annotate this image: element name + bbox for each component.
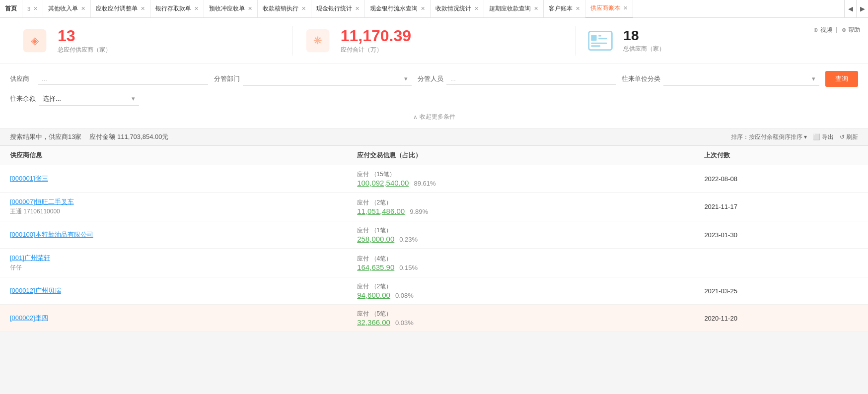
help-link[interactable]: ⊙ 帮助 [842,26,860,34]
close-bank[interactable]: ✕ [194,5,199,12]
last-pay-cell: 2022-08-08 [694,165,868,193]
result-supplier-count: 搜索结果中，供应商13家 [10,132,81,141]
pay-type-label: 应付 （5笔） [357,310,392,317]
summary-card-amount: ❋ 11,170.39 应付合计（万） [293,26,576,56]
filter-supplier: 供应商 [10,73,208,85]
department-label: 分管部门 [214,74,240,83]
close-customer-ledger[interactable]: ✕ [576,5,580,12]
supplier-link[interactable]: [000012]广州贝瑞 [10,287,61,294]
total-label: 总供应商（家） [623,45,665,53]
payable-content: 13 总应付供应商（家） [58,28,111,54]
pay-type-label: 应付 （15笔） [357,171,395,178]
tab-bank[interactable]: 银行存取款单 ✕ [150,0,204,18]
tab-3[interactable]: 3 ✕ [22,0,43,18]
table-row: [000002]李四应付 （5笔）32,366.000.03%2020-11-2… [0,305,868,332]
close-supplier-ledger[interactable]: ✕ [623,5,628,11]
payable-info-cell: 应付 （5笔）32,366.000.03% [347,305,694,332]
close-advance[interactable]: ✕ [248,5,252,12]
tab-cash-bank-stat[interactable]: 现金银行统计 ✕ [311,0,365,18]
tab-collection-stat[interactable]: 收款情况统计 ✕ [431,0,484,18]
filter-balance: 往来余额 选择... ▾ [10,92,139,106]
department-select[interactable]: ▾ [243,72,412,86]
last-pay-cell: 2021-11-17 [694,193,868,221]
payable-info-cell: 应付 （2笔）11,051,486.009.89% [347,193,694,221]
payable-label: 总应付供应商（家） [58,46,111,54]
close-cash-flow[interactable]: ✕ [421,5,425,12]
total-icon [585,26,615,56]
col-supplier-info: 供应商信息 [0,146,347,165]
supplier-link[interactable]: [000001]张三 [10,175,48,182]
payable-info-cell: 应付 （15笔）100,092,540.0089.61% [347,165,694,193]
close-collection-stat[interactable]: ✕ [474,5,479,12]
close-adjustment[interactable]: ✕ [141,5,145,12]
tab-cash-flow[interactable]: 现金银行流水查询 ✕ [365,0,431,18]
tab-supplier-ledger[interactable]: 供应商账本 ✕ [585,0,633,18]
close-collection[interactable]: ✕ [301,5,306,12]
percent-label: 0.15% [399,264,418,271]
svg-rect-7 [599,38,607,39]
supplier-link[interactable]: [000007]恒旺二手叉车 [10,198,74,205]
svg-rect-5 [591,35,597,41]
collapse-button[interactable]: ∧ 收起更多条件 [10,111,858,123]
amount-link[interactable]: 32,366.00 [357,318,390,327]
svg-rect-8 [591,43,607,44]
svg-text:◈: ◈ [31,35,39,46]
amount-link[interactable]: 11,051,486.00 [357,207,405,215]
chevron-down-icon-3: ▾ [132,95,135,102]
close-overdue[interactable]: ✕ [534,5,538,12]
close-other-income[interactable]: ✕ [81,5,85,12]
refresh-button[interactable]: ↺ 刷新 [840,133,858,141]
collapse-arrow-icon: ∧ [413,114,418,121]
result-amount: 应付金额 111,703,854.00元 [89,132,168,141]
nav-arrows: ◀ ▶ [844,0,868,18]
amount-icon: ❋ [303,26,333,56]
result-actions: 排序：按应付余额倒序排序 ▾ ⬜ 导出 ↺ 刷新 [731,133,858,141]
supplier-sub-info: 王通 17106110000 [10,207,337,216]
filter-department: 分管部门 ▾ [214,72,412,86]
summary-bar: ⊙ 视频 | ⊙ 帮助 ◈ 13 总应付供应商（家） ❋ [0,18,868,64]
sort-label[interactable]: 排序：按应付余额倒序排序 ▾ [731,133,807,141]
close-tab-3[interactable]: ✕ [33,5,38,12]
supplier-info-cell: [000012]广州贝瑞 [0,277,347,305]
amount-link[interactable]: 258,000.00 [357,235,394,243]
filter-person: 分管人员 [418,73,616,85]
pay-type-label: 应付 （4笔） [357,255,392,262]
export-button[interactable]: ⬜ 导出 [813,133,834,141]
export-icon: ⬜ [813,133,820,140]
supplier-link[interactable]: [000002]李四 [10,314,48,322]
person-input[interactable] [446,73,616,85]
tab-adjustment[interactable]: 应收应付调整单 ✕ [91,0,150,18]
category-select[interactable]: ▾ [663,72,820,86]
payable-icon: ◈ [20,26,50,56]
nav-arrow-left[interactable]: ◀ [844,0,856,18]
svg-text:❋: ❋ [313,35,322,46]
balance-label: 往来余额 [10,94,36,103]
supplier-label: 供应商 [10,74,35,83]
amount-link[interactable]: 100,092,540.00 [357,179,409,187]
percent-label: 0.03% [395,319,414,327]
tab-collection[interactable]: 收款核销执行 ✕ [258,0,311,18]
tab-advance[interactable]: 预收冲应收单 ✕ [204,0,258,18]
tab-overdue[interactable]: 超期应收款查询 ✕ [484,0,544,18]
amount-link[interactable]: 164,635.90 [357,263,394,271]
tab-home[interactable]: 首页 [0,0,22,18]
filter-category: 往来单位分类 ▾ [622,72,820,86]
supplier-input[interactable] [38,73,208,85]
close-cash-bank-stat[interactable]: ✕ [355,5,360,12]
amount-link[interactable]: 94,600.00 [357,291,390,299]
result-summary: 搜索结果中，供应商13家 应付金额 111,703,854.00元 [10,132,168,141]
supplier-link[interactable]: [001]广州荣轩 [10,254,50,262]
nav-arrow-right[interactable]: ▶ [856,0,868,18]
table-body: [000001]张三应付 （15笔）100,092,540.0089.61%20… [0,165,868,332]
supplier-link[interactable]: [000100]本特勤油品有限公司 [10,231,93,238]
sort-arrow-icon: ▾ [804,133,807,140]
svg-rect-9 [591,45,601,47]
video-link[interactable]: ⊙ 视频 [813,26,832,34]
payable-value: 13 [58,28,111,44]
balance-select[interactable]: 选择... ▾ [39,92,139,106]
tab-customer-ledger[interactable]: 客户账本 ✕ [544,0,585,18]
supplier-info-cell: [000007]恒旺二手叉车王通 17106110000 [0,193,347,221]
supplier-table: 供应商信息 应付交易信息（占比） 上次付数 [000001]张三应付 （15笔）… [0,146,868,332]
tab-other-income[interactable]: 其他收入单 ✕ [43,0,91,18]
query-button[interactable]: 查询 [825,71,858,87]
